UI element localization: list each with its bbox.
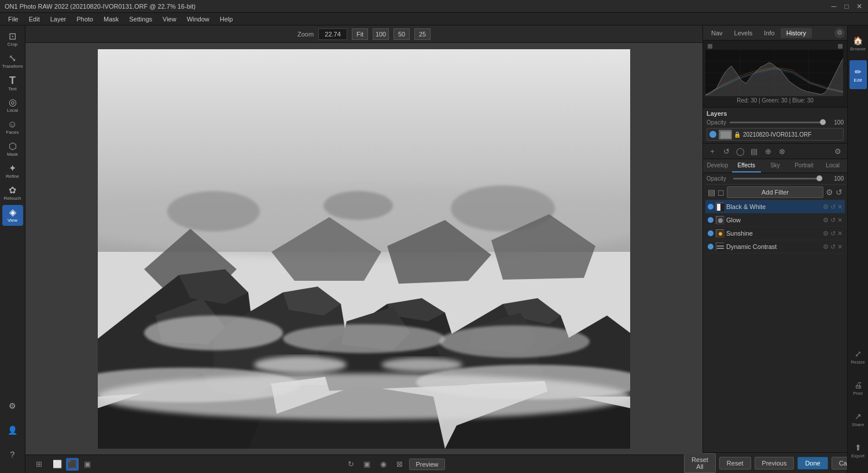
menu-mask[interactable]: Mask (99, 14, 123, 24)
circle-tool-icon[interactable]: ◯ (734, 145, 746, 157)
zoom-fit-button[interactable]: Fit (352, 28, 368, 40)
tool-faces[interactable]: ☺ Faces (2, 117, 23, 138)
previous-button[interactable]: Previous (755, 457, 795, 470)
effects-opacity-label: Opacity (707, 175, 726, 182)
filter-bw-settings[interactable]: ⚙ (823, 203, 829, 211)
filter-black-white[interactable]: Black & White ⚙ ↺ ✕ (705, 200, 845, 214)
split-view-button[interactable]: ⬛ (66, 458, 79, 471)
compare-view-button[interactable]: ▣ (81, 458, 94, 471)
main-area: ⊡ Crop ⤡ Transform T Text ◎ Local ☺ Face… (0, 25, 868, 473)
tool-extra2[interactable]: 👤 (2, 420, 23, 441)
tab-portrait[interactable]: Portrait (789, 159, 818, 173)
rotate-icon[interactable]: ↻ (344, 458, 357, 471)
delete-icon[interactable]: ⊗ (776, 145, 788, 157)
histogram-collapse[interactable] (708, 44, 712, 49)
effects-opacity-slider[interactable] (733, 178, 822, 179)
far-right-share[interactable]: ↗ Share (849, 405, 867, 434)
tab-effects[interactable]: Effects (732, 159, 761, 173)
filter-bw-eye[interactable] (708, 204, 713, 210)
zoom-25-button[interactable]: 25 (414, 28, 431, 40)
menu-settings[interactable]: Settings (124, 14, 157, 24)
tab-develop[interactable]: Develop (703, 159, 732, 173)
tool-local[interactable]: ◎ Local (2, 95, 23, 116)
tab-levels[interactable]: Levels (729, 28, 759, 38)
tab-nav[interactable]: Nav (705, 28, 729, 38)
tab-info[interactable]: Info (758, 28, 780, 38)
tab-sky[interactable]: Sky (761, 159, 790, 173)
filter-glow-reset[interactable]: ↺ (830, 217, 836, 224)
filter-glow-close[interactable]: ✕ (837, 217, 843, 224)
panel-settings-icon[interactable]: ⚙ (834, 28, 845, 38)
far-right-browse[interactable]: 🏠 Browse (849, 29, 867, 58)
opacity-label: Opacity (707, 119, 726, 126)
maximize-button[interactable]: □ (843, 2, 851, 10)
fit-icon[interactable]: ⊠ (393, 458, 406, 471)
layer-settings-icon[interactable]: ⚙ (832, 145, 844, 157)
tool-transform[interactable]: ⤡ Transform (2, 51, 23, 72)
filter-sunshine-close[interactable]: ✕ (837, 230, 843, 237)
tool-help[interactable]: ? (2, 444, 23, 465)
view-icon: ◈ (9, 208, 16, 217)
layer-visibility-toggle[interactable] (709, 131, 716, 138)
reset-button[interactable]: Reset (719, 457, 751, 470)
menu-help[interactable]: Help (215, 14, 238, 24)
histogram-expand[interactable] (838, 44, 843, 49)
zoom-input[interactable] (318, 28, 347, 40)
filter-bw-close[interactable]: ✕ (837, 203, 843, 211)
menu-photo[interactable]: Photo (72, 14, 98, 24)
filter-dc-reset[interactable]: ↺ (830, 243, 836, 251)
refresh-icon[interactable]: ↺ (720, 145, 732, 157)
menu-view[interactable]: View (158, 14, 181, 24)
tool-retouch[interactable]: ✿ Retouch (2, 183, 23, 204)
tool-extra1[interactable]: ⚙ (2, 395, 23, 416)
filter-dc-settings[interactable]: ⚙ (823, 243, 829, 251)
close-button[interactable]: ✕ (855, 2, 863, 10)
far-right-resize[interactable]: ⤢ Resize (849, 342, 867, 371)
reset-all-button[interactable]: Reset All (684, 453, 716, 473)
filter-mask-icon[interactable]: ◻ (718, 188, 724, 197)
filter-bw-reset[interactable]: ↺ (830, 203, 836, 211)
filter-dc-close[interactable]: ✕ (837, 243, 843, 251)
tool-text[interactable]: T Text (2, 73, 23, 94)
single-view-button[interactable]: ⬜ (51, 458, 64, 471)
filter-glow[interactable]: Glow ⚙ ↺ ✕ (705, 214, 845, 227)
filter-glow-eye[interactable] (708, 217, 713, 223)
tool-mask[interactable]: ⬡ Mask (2, 139, 23, 160)
tool-refine[interactable]: ✦ Refine (2, 161, 23, 182)
tool-crop[interactable]: ⊡ Crop (2, 29, 23, 50)
filter-dynamic-contrast[interactable]: Dynamic Contrast ⚙ ↺ ✕ (705, 240, 845, 254)
far-right-export[interactable]: ⬆ Export (849, 436, 867, 465)
filter-settings-icon[interactable]: ⚙ (826, 188, 833, 197)
filter-stack-icon[interactable]: ▤ (708, 188, 715, 197)
tool-select-icon[interactable]: ▣ (361, 458, 373, 471)
add-filter-button[interactable]: Add Filter (727, 186, 823, 198)
menu-edit[interactable]: Edit (24, 14, 45, 24)
tab-local[interactable]: Local (818, 159, 847, 173)
menu-layer[interactable]: Layer (46, 14, 71, 24)
filter-sunshine-eye[interactable] (708, 230, 713, 236)
filter-sunshine-reset[interactable]: ↺ (830, 230, 836, 237)
merge-icon[interactable]: ⊕ (762, 145, 774, 157)
filter-glow-settings[interactable]: ⚙ (823, 217, 829, 224)
fullscreen-toggle[interactable]: ⊞ (32, 458, 45, 471)
mask-tool-icon[interactable]: ▤ (748, 145, 760, 157)
preview-button[interactable]: Preview (409, 459, 444, 470)
zoom-100-button[interactable]: 100 (373, 28, 389, 40)
zoom-50-button[interactable]: 50 (393, 28, 410, 40)
add-layer-icon[interactable]: + (707, 145, 718, 157)
minimize-button[interactable]: ─ (830, 2, 838, 10)
menu-window[interactable]: Window (182, 14, 214, 24)
filter-sunshine-settings[interactable]: ⚙ (823, 230, 829, 237)
tool-view[interactable]: ◈ View (2, 205, 23, 226)
selection-icon[interactable]: ◉ (377, 458, 389, 471)
far-right-edit[interactable]: ✏ Edit (849, 60, 867, 89)
filter-sunshine[interactable]: Sunshine ⚙ ↺ ✕ (705, 227, 845, 240)
done-button[interactable]: Done (797, 457, 827, 470)
tab-history[interactable]: History (781, 28, 812, 38)
opacity-slider[interactable] (730, 122, 826, 123)
far-right-print[interactable]: 🖨 Print (849, 373, 867, 402)
filter-bar-right-icons: ⚙ ↺ (826, 188, 843, 197)
filter-undo-icon[interactable]: ↺ (836, 188, 843, 197)
filter-dc-eye[interactable] (708, 244, 713, 250)
menu-file[interactable]: File (3, 14, 23, 24)
